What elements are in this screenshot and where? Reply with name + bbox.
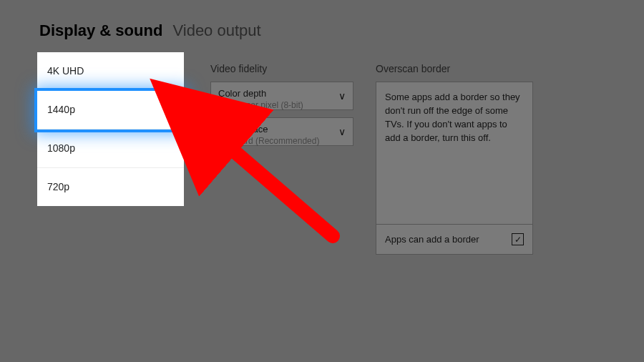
overscan-title: Overscan border [376, 63, 533, 74]
video-fidelity-section: Video fidelity Color depth 24 bits per p… [210, 63, 353, 153]
resolution-option-1440p[interactable]: 1440p [37, 91, 184, 129]
page-header: Display & sound Video output [39, 21, 261, 40]
overscan-toggle[interactable]: Apps can add a border ✓ [376, 225, 533, 255]
resolution-option-1080p[interactable]: 1080p [37, 129, 184, 168]
section-title: Display & sound [39, 21, 162, 39]
resolution-option-720p[interactable]: 720p [37, 168, 184, 206]
video-fidelity-title: Video fidelity [210, 63, 353, 74]
color-space-value: Standard (Recommended) [218, 136, 346, 146]
overscan-section: Overscan border Some apps add a border s… [376, 63, 533, 255]
color-space-label: Color space [218, 124, 346, 134]
color-space-selector[interactable]: Color space Standard (Recommended) ∨ [210, 117, 353, 146]
overscan-checkbox[interactable]: ✓ [512, 233, 524, 245]
resolution-option-4k-uhd[interactable]: 4K UHD [37, 52, 184, 91]
chevron-down-icon: ∨ [338, 90, 346, 102]
overscan-toggle-label: Apps can add a border [385, 234, 479, 245]
color-depth-value: 24 bits per pixel (8-bit) [218, 100, 346, 110]
color-depth-label: Color depth [218, 88, 346, 99]
chevron-down-icon: ∨ [338, 126, 346, 137]
checkmark-icon: ✓ [514, 235, 522, 244]
overscan-description-panel: Some apps add a border so they don't run… [376, 82, 533, 225]
color-depth-selector[interactable]: Color depth 24 bits per pixel (8-bit) ∨ [210, 82, 353, 110]
page-title: Video output [172, 21, 260, 39]
overscan-description: Some apps add a border so they don't run… [385, 92, 520, 143]
resolution-dropdown-open[interactable]: 4K UHD 1440p 1080p 720p [37, 52, 184, 206]
